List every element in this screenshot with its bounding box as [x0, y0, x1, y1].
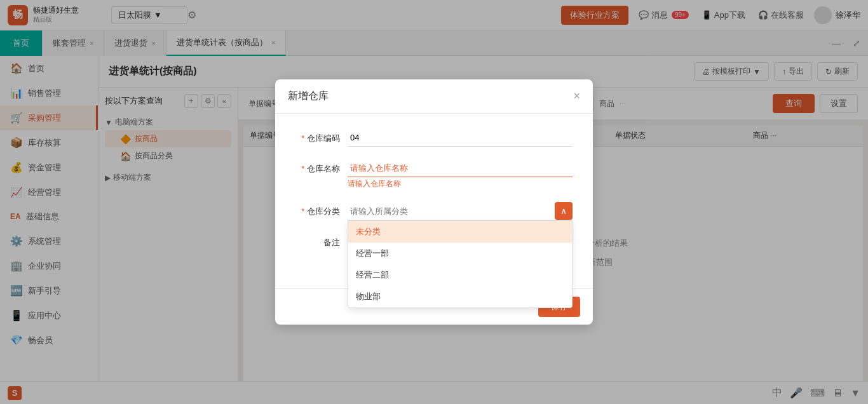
warehouse-code-input[interactable] — [348, 129, 573, 147]
warehouse-code-label: * 仓库编码 — [295, 129, 340, 144]
warehouse-name-label: * 仓库名称 — [295, 159, 340, 175]
category-label-text: 仓库分类 — [307, 206, 340, 216]
warehouse-name-error: 请输入仓库名称 — [348, 178, 573, 189]
remark-label: 备注 — [295, 233, 340, 248]
category-option-uncategorized[interactable]: 未分类 — [348, 221, 572, 243]
category-toggle-button[interactable]: ∧ — [555, 202, 573, 220]
required-mark: * — [301, 133, 304, 143]
category-option-dept1[interactable]: 经营一部 — [348, 243, 572, 264]
warehouse-name-input[interactable] — [348, 159, 573, 177]
warehouse-name-control: 请输入仓库名称 — [348, 159, 573, 189]
category-option-dept3[interactable]: 物业部 — [348, 286, 572, 307]
warehouse-name-field: * 仓库名称 请输入仓库名称 — [295, 159, 573, 189]
warehouse-category-control: ∧ 未分类 经营一部 经营二部 物业部 — [348, 202, 573, 220]
warehouse-category-field: * 仓库分类 ∧ 未分类 经营一部 经营二部 物业部 — [295, 202, 573, 220]
remark-label-text: 备注 — [323, 238, 340, 247]
dialog-close-button[interactable]: × — [573, 90, 580, 103]
warehouse-category-label: * 仓库分类 — [295, 202, 340, 217]
category-input-wrap: ∧ — [348, 202, 573, 220]
required-mark2: * — [301, 164, 304, 173]
dialog-body: * 仓库编码 * 仓库名称 请输入仓库名称 — [275, 114, 593, 288]
warehouse-dialog: 新增仓库 × * 仓库编码 * 仓库名称 — [275, 79, 593, 325]
dialog-title: 新增仓库 — [288, 90, 329, 103]
dialog-overlay[interactable]: 新增仓库 × * 仓库编码 * 仓库名称 — [0, 0, 868, 404]
category-option-dept2[interactable]: 经营二部 — [348, 264, 572, 286]
code-label-text: 仓库编码 — [307, 133, 340, 143]
warehouse-code-control — [348, 129, 573, 147]
dialog-header: 新增仓库 × — [275, 79, 593, 114]
category-dropdown: 未分类 经营一部 经营二部 物业部 — [348, 220, 573, 308]
required-mark3: * — [301, 206, 304, 216]
category-input[interactable] — [348, 203, 555, 220]
name-label-text: 仓库名称 — [307, 164, 340, 173]
warehouse-code-field: * 仓库编码 — [295, 129, 573, 147]
